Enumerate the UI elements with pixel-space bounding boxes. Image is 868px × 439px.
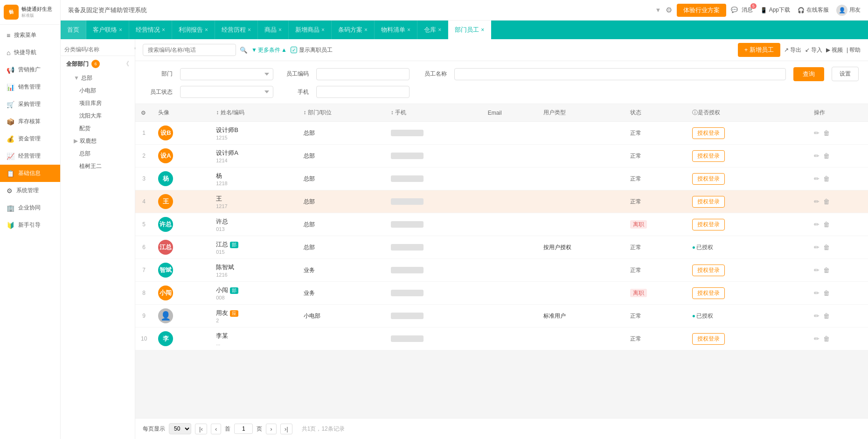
search-button[interactable]: 🔍 <box>240 47 248 54</box>
col-gear[interactable]: ⚙ <box>135 104 153 122</box>
message-icon-area[interactable]: 💬 5 消息 <box>731 6 752 14</box>
dropdown-icon[interactable]: ▼ <box>655 7 661 14</box>
auth-btn-7[interactable]: 授权登录 <box>692 265 725 276</box>
tab-close-add-goods[interactable]: × <box>321 27 325 33</box>
cell-auth-9[interactable]: ●已授权 <box>687 305 784 328</box>
cell-auth-8[interactable]: 授权登录 <box>687 282 784 305</box>
sidebar-item-basic[interactable]: 📋 基础信息 <box>0 165 60 182</box>
first-page-btn[interactable]: |‹ <box>195 424 207 434</box>
col-dept[interactable]: ↕ 部门/职位 <box>298 104 385 122</box>
tab-close-operations[interactable]: × <box>162 27 165 33</box>
sidebar-item-marketing[interactable]: 📢 营销推广 <box>0 61 60 78</box>
experience-btn[interactable]: 体验行业方案 <box>677 4 726 17</box>
tab-add-goods[interactable]: 新增商品 × <box>289 21 332 39</box>
sidebar-item-inventory[interactable]: 📦 库存核算 <box>0 113 60 130</box>
edit-icon-1[interactable]: ✏ <box>814 129 819 137</box>
tree-node-xiaodibu[interactable]: 小电部 <box>61 84 135 97</box>
emp-code-input[interactable] <box>316 68 410 80</box>
tab-employees[interactable]: 部门员工 × <box>448 21 491 39</box>
auth-btn-8[interactable]: 授权登录 <box>692 287 725 299</box>
tree-search-input[interactable] <box>64 46 134 53</box>
tree-node-shuanglu[interactable]: ▶双鹿想 <box>61 135 135 147</box>
prev-page-btn[interactable]: ‹ <box>211 424 221 434</box>
edit-icon-2[interactable]: ✏ <box>814 152 819 160</box>
tab-home[interactable]: 首页 <box>61 21 86 39</box>
tab-close-employees[interactable]: × <box>481 27 484 33</box>
sidebar-item-search[interactable]: ≡ 搜索菜单 <box>0 27 60 44</box>
tab-close-customer[interactable]: × <box>119 27 122 33</box>
col-name[interactable]: ↕ 姓名/编码 <box>210 104 298 122</box>
gear-icon[interactable]: ⚙ <box>666 6 672 14</box>
next-page-btn[interactable]: › <box>266 424 276 434</box>
cell-auth-4[interactable]: 授权登录 <box>687 190 784 213</box>
page-size-select[interactable]: 50 <box>169 423 191 434</box>
delete-icon-2[interactable]: 🗑 <box>823 152 830 160</box>
tab-bom[interactable]: 物料清单 × <box>375 21 417 39</box>
tab-close-bom[interactable]: × <box>407 27 410 33</box>
cell-auth-3[interactable]: 授权登录 <box>687 167 784 190</box>
sidebar-item-operations[interactable]: 📈 经营管理 <box>0 147 60 165</box>
phone-input[interactable] <box>316 86 410 98</box>
tab-customer[interactable]: 客户联络 × <box>86 21 129 39</box>
delete-icon-1[interactable]: 🗑 <box>823 129 830 137</box>
edit-icon-4[interactable]: ✏ <box>814 198 819 205</box>
cell-auth-2[interactable]: 授权登录 <box>687 145 784 167</box>
settings-icon[interactable]: ⚙ <box>141 110 146 116</box>
set-btn[interactable]: 设置 <box>832 67 859 81</box>
tab-operations[interactable]: 经营情况 × <box>129 21 172 39</box>
app-download[interactable]: 📱 App下载 <box>760 6 790 14</box>
tree-node-zongbu[interactable]: ▼总部 <box>61 72 135 84</box>
delete-icon-6[interactable]: 🗑 <box>823 244 830 251</box>
tab-history[interactable]: 经营历程 × <box>215 21 258 39</box>
cell-auth-6[interactable]: ●已授权 <box>687 236 784 259</box>
last-page-btn[interactable]: ›| <box>280 424 292 434</box>
delete-icon-8[interactable]: 🗑 <box>823 289 830 297</box>
page-number-input[interactable] <box>234 424 253 434</box>
tab-warehouse[interactable]: 仓库 × <box>417 21 448 39</box>
col-phone[interactable]: ↕ 手机 <box>385 104 482 122</box>
show-resigned-label[interactable]: ✓ 显示离职员工 <box>291 46 333 54</box>
sidebar-item-sales[interactable]: 📊 销售管理 <box>0 78 60 96</box>
cell-auth-5[interactable]: 授权登录 <box>687 213 784 236</box>
auth-btn-3[interactable]: 授权登录 <box>692 173 725 185</box>
tab-close-warehouse[interactable]: × <box>438 27 441 33</box>
online-service[interactable]: 🎧 在线客服 <box>798 6 829 14</box>
delete-icon-9[interactable]: 🗑 <box>823 312 830 320</box>
auth-btn-1[interactable]: 授权登录 <box>692 127 725 139</box>
delete-icon-3[interactable]: 🗑 <box>823 175 830 182</box>
tree-node-xiangmu[interactable]: 项目库房 <box>61 97 135 110</box>
auth-btn-5[interactable]: 授权登录 <box>692 219 725 230</box>
export-btn[interactable]: ↗ 导出 <box>784 46 801 54</box>
tab-close-barcode[interactable]: × <box>364 27 368 33</box>
dept-select[interactable] <box>180 68 273 80</box>
sidebar-item-guide[interactable]: 🔰 新手引导 <box>0 216 60 234</box>
tab-goods[interactable]: 商品 × <box>258 21 289 39</box>
edit-icon-9[interactable]: ✏ <box>814 312 819 320</box>
search-input[interactable] <box>143 44 236 56</box>
tree-collapse-btn[interactable]: 《 <box>123 60 129 68</box>
view-btn[interactable]: ▶ 视频 <box>826 46 843 54</box>
edit-icon-7[interactable]: ✏ <box>814 266 819 274</box>
delete-icon-7[interactable]: 🗑 <box>823 266 830 274</box>
edit-icon-10[interactable]: ✏ <box>814 335 819 342</box>
auth-btn-4[interactable]: 授权登录 <box>692 196 725 208</box>
emp-status-select[interactable] <box>180 86 273 98</box>
show-resigned-checkbox[interactable]: ✓ <box>291 47 297 53</box>
tab-barcode[interactable]: 条码方案 × <box>332 21 375 39</box>
tree-node-peihuo[interactable]: 配货 <box>61 122 135 135</box>
sidebar-item-finance[interactable]: 💰 资金管理 <box>0 130 60 147</box>
tab-close-goods[interactable]: × <box>278 27 282 33</box>
user-avatar[interactable]: 👤 用友 <box>836 5 861 16</box>
auth-btn-10[interactable]: 授权登录 <box>692 333 725 345</box>
delete-icon-4[interactable]: 🗑 <box>823 198 830 205</box>
emp-name-input[interactable] <box>454 68 786 80</box>
sidebar-item-system[interactable]: ⚙ 系统管理 <box>0 182 60 199</box>
tree-node-shenyang[interactable]: 沈阳大库 <box>61 110 135 122</box>
cell-auth-1[interactable]: 授权登录 <box>687 122 784 145</box>
tab-close-history[interactable]: × <box>248 27 251 33</box>
sidebar-item-purchase[interactable]: 🛒 采购管理 <box>0 96 60 113</box>
cell-auth-7[interactable]: 授权登录 <box>687 259 784 282</box>
auth-btn-2[interactable]: 授权登录 <box>692 150 725 162</box>
tree-node-zongbu2[interactable]: 总部 <box>61 147 135 160</box>
edit-icon-6[interactable]: ✏ <box>814 244 819 251</box>
